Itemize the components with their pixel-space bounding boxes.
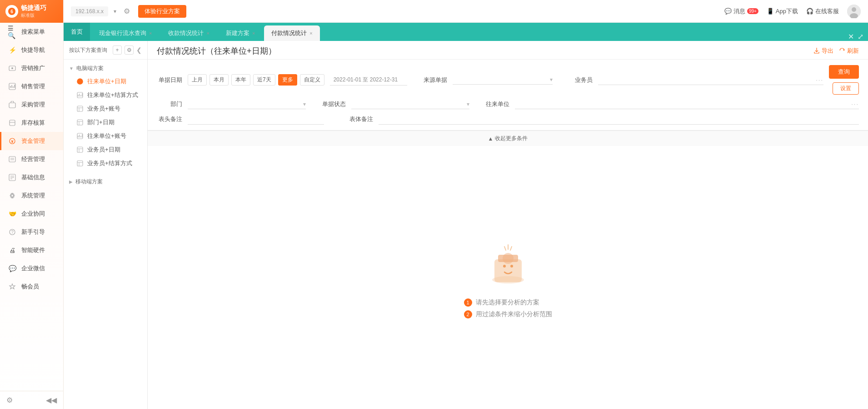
partner-more-icon[interactable]: ···	[851, 101, 859, 107]
svg-text:?: ?	[11, 230, 14, 235]
sales-icon	[8, 82, 17, 91]
settings-gear-icon[interactable]: ⚙	[124, 7, 130, 15]
sidebar-item-hardware[interactable]: 🖨 智能硬件	[0, 241, 63, 259]
close-all-tabs-icon[interactable]: ✕	[848, 32, 854, 41]
online-service-btn[interactable]: 🎧 在线客服	[806, 7, 839, 15]
scheme-item-dept-date[interactable]: 部门+日期	[64, 116, 147, 129]
app-name: 畅捷通巧	[21, 4, 46, 12]
add-scheme-btn[interactable]: +	[113, 45, 122, 55]
tab-receipt[interactable]: 收款情况统计 ×	[161, 25, 216, 41]
source-select[interactable]: ▾	[453, 75, 553, 85]
desktop-group-header[interactable]: ▼ 电脑端方案	[64, 62, 147, 75]
desktop-scheme-group: ▼ 电脑端方案 往来单位+日期 往来单位+结算方式	[64, 60, 147, 173]
sidebar-item-search[interactable]: ☰🔍 搜索菜单	[0, 23, 63, 41]
mobile-group-header[interactable]: ▶ 移动端方案	[64, 176, 147, 188]
export-icon	[813, 47, 820, 55]
collapse-more-conditions-bar[interactable]: ▲ 收起更多条件	[148, 131, 868, 146]
trial-btn[interactable]: 体验行业方案	[138, 5, 186, 18]
app-edition: 标准版	[21, 12, 46, 19]
date-btn-this-year[interactable]: 本年	[231, 74, 250, 86]
query-btn[interactable]: 查询	[829, 65, 859, 79]
svg-rect-45	[77, 147, 83, 152]
sidebar-item-member[interactable]: 畅会员	[0, 278, 63, 296]
collab-icon: 🤝	[8, 209, 17, 218]
date-label: 单据日期	[157, 76, 182, 84]
tab-new-scheme[interactable]: 新建方案 ×	[219, 25, 262, 41]
svg-point-56	[503, 265, 506, 268]
date-btn-custom[interactable]: 自定义	[300, 74, 324, 86]
scheme-item-salesman-date[interactable]: 业务员+日期	[64, 143, 147, 157]
app-download-btn[interactable]: 📱 App下载	[767, 7, 798, 15]
refresh-btn[interactable]: 刷新	[839, 47, 859, 55]
svg-point-3	[11, 67, 13, 69]
tab-payment-close[interactable]: ×	[309, 30, 312, 36]
tabs-actions: ✕ ⤢	[843, 32, 868, 41]
tab-home[interactable]: 首页	[64, 23, 90, 41]
tab-receipt-close[interactable]: ×	[206, 30, 209, 36]
partner-input[interactable]: ···	[515, 99, 859, 109]
query-group: 查询 设置	[829, 65, 859, 95]
export-btn[interactable]: 导出	[813, 47, 833, 55]
doc-status-label: 单据状态	[320, 100, 346, 108]
sidebar-item-operations[interactable]: 经营管理	[0, 150, 63, 168]
sidebar-item-finance[interactable]: ¥ 资金管理	[0, 132, 63, 150]
scheme-item-salesman-payment[interactable]: 业务员+结算方式	[64, 157, 147, 170]
svg-rect-10	[10, 120, 15, 126]
dept-label: 部门	[157, 100, 182, 108]
collapse-sidebar-icon[interactable]: ◀◀	[46, 396, 57, 404]
salesman-input[interactable]: ···	[598, 75, 823, 85]
user-avatar[interactable]	[847, 5, 861, 18]
sidebar-item-wechat[interactable]: 💬 企业微信	[0, 259, 63, 278]
tip-2-text: 用过滤条件来缩小分析范围	[476, 310, 552, 318]
sidebar-item-collab[interactable]: 🤝 企业协同	[0, 205, 63, 223]
sidebar-item-sales[interactable]: 销售管理	[0, 77, 63, 96]
body-note-input[interactable]	[379, 114, 859, 125]
tab-newscheme-close[interactable]: ×	[252, 30, 255, 36]
sidebar-item-guide[interactable]: ? 新手引导	[0, 223, 63, 241]
sidebar-item-quicknav[interactable]: ⚡ 快捷导航	[0, 41, 63, 59]
quicknav-icon: ⚡	[8, 45, 17, 55]
empty-tips: 1 请先选择要分析的方案 2 用过滤条件来缩小分析范围	[464, 298, 552, 318]
dept-select[interactable]: ▾	[188, 100, 306, 109]
collapse-icon: ▲	[488, 136, 494, 142]
date-btn-7days[interactable]: 近7天	[253, 74, 275, 86]
doc-status-select[interactable]: ▾	[351, 100, 469, 109]
svg-text:6: 6	[10, 9, 13, 14]
header-note-input[interactable]	[188, 114, 324, 125]
scheme-item-salesman-account[interactable]: 业务员+账号	[64, 102, 147, 116]
mobile-group-label: 移动端方案	[75, 178, 103, 186]
scheme-item-partner-account[interactable]: 往来单位+账号	[64, 129, 147, 143]
tab-payment[interactable]: 付款情况统计 ×	[264, 25, 319, 41]
message-btn[interactable]: 💬 消息 99+	[724, 7, 758, 15]
settings-icon[interactable]: ⚙	[6, 396, 13, 404]
download-icon: 📱	[767, 8, 774, 15]
dropdown-arrow[interactable]: ▾	[114, 8, 116, 15]
expand-tab-icon[interactable]: ⤢	[858, 32, 863, 41]
scheme-item-partner-date[interactable]: 往来单位+日期	[64, 75, 147, 88]
date-btn-last-month[interactable]: 上月	[188, 74, 207, 86]
address-text: 192.168.x.x	[71, 6, 108, 16]
date-btn-this-month[interactable]: 本月	[210, 74, 229, 86]
salesman-more-icon[interactable]: ···	[816, 76, 823, 83]
sidebar-item-inventory[interactable]: 库存核算	[0, 114, 63, 132]
tab-cashflow[interactable]: 现金银行流水查询 ×	[92, 25, 159, 41]
date-btn-more[interactable]: 更多	[278, 74, 297, 86]
date-range-input[interactable]: 2022-01-01 至 2022-12-31	[330, 75, 407, 86]
sidebar-item-marketing[interactable]: 营销推广	[0, 59, 63, 77]
scheme-item-partner-payment[interactable]: 往来单位+结算方式	[64, 88, 147, 102]
scheme-settings-btn[interactable]: ⚙	[125, 45, 134, 55]
sidebar-item-basicinfo[interactable]: 基础信息	[0, 168, 63, 187]
filter-row-3: 表头备注 表体备注	[157, 114, 859, 125]
message-badge: 99+	[747, 8, 758, 14]
collapse-label: 收起更多条件	[495, 135, 528, 142]
empty-tip-2: 2 用过滤条件来缩小分析范围	[464, 310, 552, 318]
sidebar-item-system[interactable]: 系统管理	[0, 187, 63, 205]
sidebar-item-purchase[interactable]: 采购管理	[0, 96, 63, 114]
set-btn[interactable]: 设置	[833, 82, 859, 95]
service-icon: 🎧	[806, 8, 813, 15]
scheme-collapse-btn[interactable]: ❮	[136, 46, 142, 54]
source-label: 来源单据	[422, 76, 447, 84]
tab-cashflow-close[interactable]: ×	[149, 30, 152, 36]
doc-status-dropdown-icon: ▾	[467, 101, 469, 107]
hardware-icon: 🖨	[8, 246, 17, 255]
